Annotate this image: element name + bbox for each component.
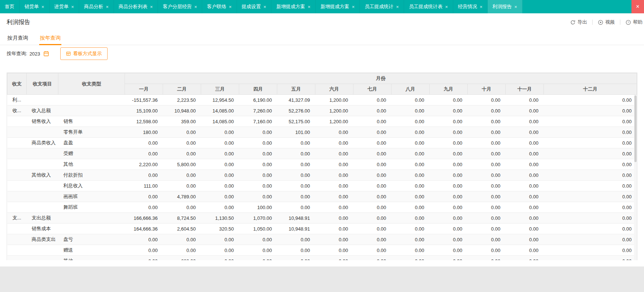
close-all-tabs-button[interactable]: × (631, 0, 644, 13)
nav-tab[interactable]: 首页 (0, 0, 20, 13)
month-column-header: 六月 (315, 84, 353, 95)
row-item (27, 127, 58, 138)
row-category: 支... (7, 213, 27, 224)
nav-tab[interactable]: 商品分析× (79, 0, 114, 13)
tab-close-icon[interactable]: × (150, 4, 153, 9)
tab-year-query[interactable]: 按年查询 (39, 31, 61, 45)
help-icon: ? (626, 20, 631, 25)
table-row: 商品类支出盘亏0.000.000.000.000.000.000.000.000… (7, 234, 637, 245)
cell-value: 0.00 (430, 105, 468, 116)
separator (592, 20, 593, 25)
nav-tab[interactable]: 利润报告× (488, 0, 522, 13)
cell-value: 0.00 (468, 170, 506, 181)
cell-value: 0.00 (392, 256, 430, 261)
row-item: 支出总额 (27, 213, 58, 224)
cell-value: 0.00 (392, 127, 430, 138)
nav-tab[interactable]: 经营情况× (453, 0, 488, 13)
tab-close-icon[interactable]: × (71, 4, 74, 9)
nav-tab[interactable]: 员工提成统计× (360, 0, 404, 13)
nav-tab[interactable]: 进货单× (50, 0, 79, 13)
nav-tab[interactable]: 客户分层经营× (158, 0, 202, 13)
scrollbar-thumb[interactable] (634, 95, 637, 162)
cell-value: 0.00 (392, 148, 430, 159)
cell-value: 0.00 (506, 224, 544, 234)
nav-tab[interactable]: 提成设置× (237, 0, 272, 13)
cell-value: 0.00 (277, 202, 315, 213)
video-button[interactable]: 视频 (598, 19, 615, 26)
row-type: 其他 (58, 159, 125, 170)
tab-close-icon[interactable]: × (229, 4, 232, 9)
year-value[interactable]: 2023 (30, 51, 40, 57)
nav-tab[interactable]: 新增提成方案× (271, 0, 316, 13)
nav-tab-label: 经营情况 (458, 3, 477, 10)
tab-close-icon[interactable]: × (480, 4, 483, 9)
nav-tab[interactable]: 商品分析列表× (114, 0, 158, 13)
row-type: 赠送 (58, 245, 125, 256)
tab-month-query[interactable]: 按月查询 (7, 31, 29, 45)
top-tab-bar: 首页销货单×进货单×商品分析×商品分析列表×客户分层经营×客户联络×提成设置×新… (0, 0, 644, 13)
tab-close-icon[interactable]: × (194, 4, 197, 9)
dashboard-icon (66, 51, 71, 56)
nav-tab-label: 首页 (5, 3, 14, 10)
cell-value: 0.00 (430, 202, 468, 213)
month-column-header: 十月 (468, 84, 506, 95)
cell-value: 0.00 (201, 138, 239, 148)
cell-value: 2,220.00 (125, 159, 163, 170)
cell-value: 0.00 (468, 234, 506, 245)
cell-value: 0.00 (392, 234, 430, 245)
header-actions: 导出视频?帮助 (570, 19, 643, 26)
row-category (7, 256, 27, 261)
row-category (7, 234, 27, 245)
cell-value: 0.00 (506, 159, 544, 170)
calendar-icon[interactable] (43, 51, 49, 57)
cell-value: 0.00 (392, 159, 430, 170)
cell-value: 14,085.00 (201, 116, 239, 127)
row-type (58, 105, 125, 116)
cell-value: 0.00 (430, 224, 468, 234)
nav-tab-label: 销货单 (24, 3, 39, 10)
vertical-scrollbar[interactable] (634, 95, 637, 260)
nav-tab[interactable]: 销货单× (20, 0, 50, 13)
cell-value: 0.00 (125, 234, 163, 245)
tab-close-icon[interactable]: × (445, 4, 448, 9)
cell-value: 0.00 (315, 256, 353, 261)
svg-text:?: ? (627, 21, 629, 24)
export-button[interactable]: 导出 (570, 19, 587, 26)
cell-value: 1,070.00 (239, 213, 277, 224)
export-icon (570, 20, 576, 25)
cell-value: 0.00 (277, 256, 315, 261)
tab-close-icon[interactable]: × (264, 4, 267, 9)
cell-value: 0.00 (544, 245, 637, 256)
help-button[interactable]: ?帮助 (626, 19, 643, 26)
cell-value: 0.00 (544, 148, 637, 159)
nav-tab[interactable]: 客户联络× (202, 0, 237, 13)
month-column-header: 八月 (392, 84, 430, 95)
table-row: 支...支出总额166,666.368,724.501,130.501,070.… (7, 213, 637, 224)
col-header-category: 收支 (7, 73, 27, 95)
tab-close-icon[interactable]: × (41, 4, 44, 9)
cell-value: 0.00 (353, 202, 392, 213)
cell-value: 0.00 (544, 105, 637, 116)
cell-value: 1,200.00 (315, 105, 353, 116)
cell-value: 0.00 (353, 256, 392, 261)
cell-value: 0.00 (125, 202, 163, 213)
tab-close-icon[interactable]: × (514, 4, 517, 9)
cell-value: 4,789.00 (163, 191, 201, 202)
cell-value: 52,175.00 (277, 116, 315, 127)
nav-tab[interactable]: 新增提成方案× (316, 0, 360, 13)
cell-value: 0.00 (125, 245, 163, 256)
cell-value: 0.00 (468, 224, 506, 234)
nav-tab[interactable]: 员工提成统计表× (404, 0, 453, 13)
cell-value: 0.00 (506, 234, 544, 245)
board-display-button[interactable]: 看板方式显示 (60, 47, 108, 60)
tab-close-icon[interactable]: × (106, 4, 109, 9)
tab-close-icon[interactable]: × (396, 4, 399, 9)
cell-value: 0.00 (277, 181, 315, 191)
row-category (7, 138, 27, 148)
table-row: 利...-151,557.362,223.5012,954.506,190.00… (7, 95, 637, 105)
tab-close-icon[interactable]: × (352, 4, 355, 9)
cell-value: 0.00 (468, 105, 506, 116)
tab-close-icon[interactable]: × (308, 4, 311, 9)
cell-value: 0.00 (468, 245, 506, 256)
cell-value: 12,598.00 (125, 116, 163, 127)
